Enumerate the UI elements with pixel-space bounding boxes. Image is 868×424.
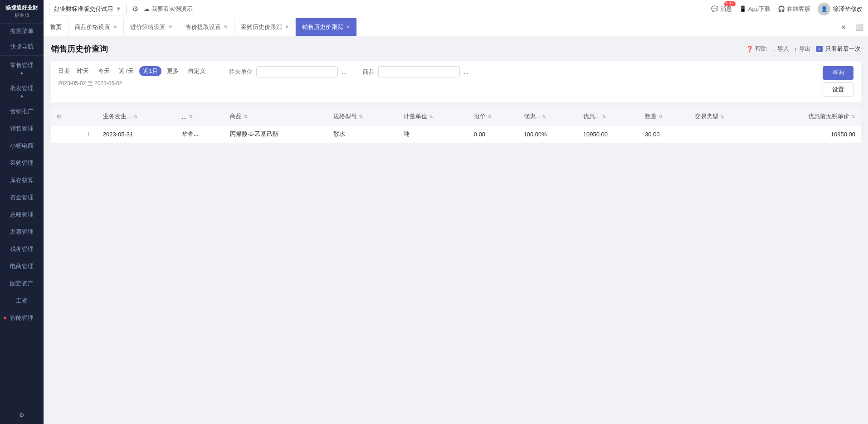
tab-price-extract-close-icon[interactable]: ✕ <box>224 24 228 30</box>
app-download-label: App下载 <box>748 5 770 13</box>
tab-price-strategy[interactable]: 进价策略设置 ✕ <box>124 18 179 36</box>
sidebar-item-label-payroll: 工资 <box>16 297 28 305</box>
app-download-button[interactable]: 📱 App下载 <box>739 5 770 13</box>
settings-gear-icon[interactable]: ⚙ <box>0 406 44 424</box>
col-tx-type-sort-icon[interactable]: ⇅ <box>720 114 724 120</box>
col-date-sort-icon[interactable]: ⇅ <box>133 114 137 120</box>
import-link[interactable]: ↓ 导入 <box>772 45 789 53</box>
product-more[interactable]: ... <box>463 68 468 75</box>
col-more[interactable]: ... ⇅ <box>176 108 224 125</box>
col-spec-sort-icon[interactable]: ⇅ <box>359 114 363 120</box>
col-product-sort-icon[interactable]: ⇅ <box>244 114 248 120</box>
date-option-today[interactable]: 今天 <box>94 66 113 76</box>
date-option-last7[interactable]: 近7天 <box>115 66 137 76</box>
table-gear-icon[interactable]: ⚙ <box>56 113 62 120</box>
col-discount2-label: 优惠... <box>583 112 600 120</box>
col-index <box>79 108 98 125</box>
online-service-button[interactable]: 🎧 在线客服 <box>778 5 810 13</box>
col-qty[interactable]: 数量 ⇅ <box>639 108 689 125</box>
date-option-yesterday[interactable]: 昨天 <box>73 66 93 76</box>
product-filter: 商品 ... <box>363 66 468 77</box>
sidebar-quick-nav[interactable]: 快捷导航 <box>0 39 44 54</box>
sidebar-item-tax[interactable]: 税务管理 <box>0 241 44 258</box>
help-link[interactable]: ❓ 帮助 <box>746 45 767 53</box>
import-icon: ↓ <box>772 46 775 53</box>
sidebar-item-assets[interactable]: 固定资产 <box>0 275 44 292</box>
sidebar-search[interactable]: 搜索菜单 <box>0 24 44 39</box>
date-option-more[interactable]: 更多 <box>163 66 182 76</box>
row-product-cell: 丙烯酸-2-乙基己酯 <box>224 125 328 143</box>
close-window-button[interactable]: ✕ <box>836 18 851 36</box>
col-discount2[interactable]: 优惠... ⇅ <box>578 108 639 125</box>
sidebar-item-payroll[interactable]: 工资 <box>0 292 44 309</box>
sidebar-item-sales[interactable]: 销售管理 <box>0 120 44 137</box>
table-row: 1 2023-05-31 华查... 丙烯酸-2-乙基己酯 散水 吨 0.00 … <box>51 125 861 143</box>
row-tx-type-cell <box>689 125 760 143</box>
version-selector[interactable]: 好业财标准版交付试用 ▼ <box>49 3 127 15</box>
sidebar-item-label-ecommerce-small: 小畅电商 <box>10 142 34 150</box>
sidebar-item-inventory[interactable]: 库存核算 <box>0 172 44 189</box>
tab-product-price-close-icon[interactable]: ✕ <box>113 24 117 30</box>
page-header: 销售历史价查询 ❓ 帮助 ↓ 导入 ↑ 导出 ✓ 只看最后一次 <box>51 43 861 54</box>
date-option-custom[interactable]: 自定义 <box>184 66 209 76</box>
tab-purchase-history-close-icon[interactable]: ✕ <box>285 24 289 30</box>
export-link[interactable]: ↑ 导出 <box>795 45 811 53</box>
maximize-window-button[interactable]: ⬜ <box>851 18 868 36</box>
product-input[interactable] <box>378 66 460 77</box>
date-option-last1month[interactable]: 近1月 <box>139 66 161 76</box>
topbar-gear-icon[interactable]: ⚙ <box>132 5 138 13</box>
tab-product-price[interactable]: 商品价格设置 ✕ <box>68 18 124 36</box>
sidebar-item-purchase[interactable]: 采购管理 <box>0 154 44 172</box>
message-badge: 99+ <box>724 1 736 6</box>
row-index-cell: 1 <box>79 125 98 143</box>
message-button[interactable]: 💬 消息 99+ <box>711 5 732 13</box>
data-table-container: ⚙ 业务发生... ⇅ ... ⇅ <box>51 108 861 143</box>
sidebar-item-general-ledger[interactable]: 总账管理 <box>0 206 44 223</box>
tab-home[interactable]: 首页 <box>44 18 68 36</box>
col-discount1-sort-icon[interactable]: ⇅ <box>542 114 546 120</box>
setting-button[interactable]: 设置 <box>823 82 853 97</box>
sidebar-item-ecommerce-small[interactable]: 小畅电商 <box>0 137 44 154</box>
sidebar-item-invoice[interactable]: 发票管理 <box>0 223 44 241</box>
col-unit[interactable]: 计量单位 ⇅ <box>398 108 468 125</box>
tab-price-extract-label: 售价提取设置 <box>185 23 221 31</box>
col-gear[interactable]: ⚙ <box>51 108 79 125</box>
sidebar-arrow-wholesale: ▲ <box>20 93 24 98</box>
user-menu[interactable]: 👤 徐泽华修改 <box>818 3 863 15</box>
row-pre-tax-price-cell: 10950.00 <box>760 125 861 143</box>
sidebar-item-finance[interactable]: 资金管理 <box>0 189 44 206</box>
show-last-checkbox[interactable]: ✓ <box>816 46 823 52</box>
source-unit-input[interactable] <box>256 66 338 77</box>
sidebar-item-retail[interactable]: 零售管理 ▲ <box>0 57 44 80</box>
col-product[interactable]: 商品 ⇅ <box>224 108 328 125</box>
col-more-sort-icon[interactable]: ⇅ <box>189 114 193 120</box>
col-unit-sort-icon[interactable]: ⇅ <box>429 114 433 120</box>
col-discount1[interactable]: 优惠... ⇅ <box>518 108 578 125</box>
tab-sales-history-close-icon[interactable]: ✕ <box>346 24 350 30</box>
col-pre-tax-sort-icon[interactable]: ⇅ <box>851 114 855 120</box>
show-last-checkbox-label[interactable]: ✓ 只看最后一次 <box>816 45 861 53</box>
col-tx-type[interactable]: 交易类型 ⇅ <box>689 108 760 125</box>
col-qty-sort-icon[interactable]: ⇅ <box>658 114 663 120</box>
sidebar-item-label-inventory: 库存核算 <box>10 176 34 184</box>
query-button[interactable]: 查询 <box>823 66 853 80</box>
tab-price-strategy-close-icon[interactable]: ✕ <box>168 24 172 30</box>
tab-sales-history[interactable]: 销售历史价跟踪 ✕ <box>296 18 357 36</box>
source-unit-more[interactable]: ... <box>341 68 346 75</box>
tab-purchase-history[interactable]: 采购历史价跟踪 ✕ <box>234 18 296 36</box>
sidebar-item-marketing[interactable]: 营销推广 <box>0 103 44 120</box>
online-service-label: 在线客服 <box>787 5 810 13</box>
tab-price-extract[interactable]: 售价提取设置 ✕ <box>179 18 234 36</box>
sidebar-item-smart[interactable]: 智能管理 <box>0 309 44 327</box>
col-date[interactable]: 业务发生... ⇅ <box>98 108 176 125</box>
sidebar-item-wholesale[interactable]: 批发管理 ▲ <box>0 80 44 103</box>
demo-link[interactable]: ☁ 我要看实例演示 <box>144 5 193 13</box>
col-discount2-sort-icon[interactable]: ⇅ <box>602 114 606 120</box>
filter-bar: 日期 昨天 今天 近7天 近1月 更多 自定义 2023-05-02 至 202… <box>51 61 861 102</box>
col-price[interactable]: 报价 ⇅ <box>468 108 518 125</box>
sidebar-item-ecommerce[interactable]: 电商管理 <box>0 258 44 275</box>
sidebar-arrow-retail: ▲ <box>20 70 24 75</box>
col-price-sort-icon[interactable]: ⇅ <box>488 114 492 120</box>
col-spec[interactable]: 规格型号 ⇅ <box>328 108 398 125</box>
col-pre-tax-price[interactable]: 优惠前无税单价 ⇅ <box>760 108 861 125</box>
